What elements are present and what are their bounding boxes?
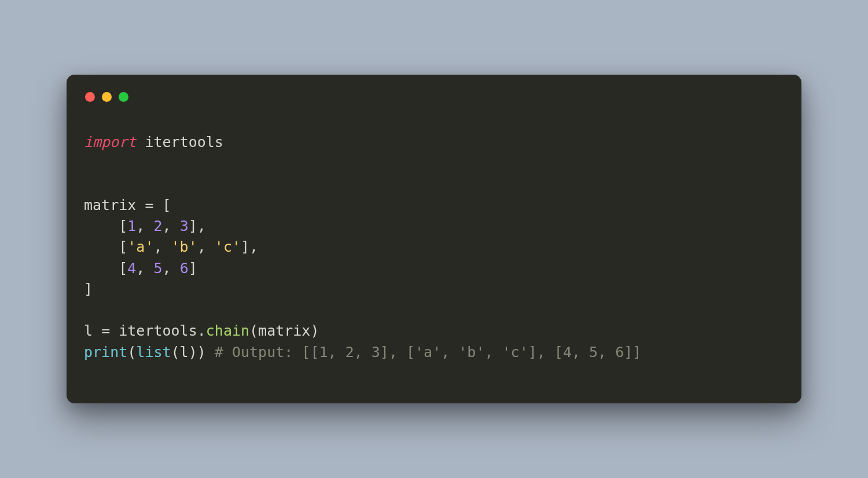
code-line: l = itertools.chain(matrix) bbox=[84, 322, 319, 339]
close-icon[interactable] bbox=[85, 92, 95, 102]
number-literal: 5 bbox=[153, 260, 162, 277]
number-literal: 1 bbox=[127, 218, 136, 234]
code-line: ['a', 'b', 'c'], bbox=[84, 238, 258, 255]
number-literal: 3 bbox=[180, 218, 189, 234]
traffic-lights bbox=[85, 92, 784, 102]
code-line: print(list(l)) # Output: [[1, 2, 3], ['a… bbox=[84, 344, 641, 361]
maximize-icon[interactable] bbox=[119, 92, 128, 102]
builtin-list: list bbox=[136, 344, 171, 361]
code-line: import itertools bbox=[84, 134, 223, 150]
variable-matrix: matrix bbox=[84, 197, 136, 214]
keyword-import: import bbox=[84, 134, 136, 150]
code-line: [4, 5, 6] bbox=[84, 260, 197, 277]
number-literal: 4 bbox=[127, 260, 136, 277]
module-name: itertools bbox=[145, 134, 223, 150]
string-literal: 'c' bbox=[215, 238, 241, 255]
minimize-icon[interactable] bbox=[102, 92, 112, 102]
code-window: import itertools matrix = [ [1, 2, 3], [… bbox=[67, 75, 801, 403]
string-literal: 'b' bbox=[171, 238, 197, 255]
function-chain: chain bbox=[206, 322, 249, 339]
number-literal: 6 bbox=[180, 260, 189, 277]
variable-l: l bbox=[84, 322, 93, 339]
string-literal: 'a' bbox=[127, 238, 153, 255]
builtin-print: print bbox=[84, 344, 127, 361]
code-line: matrix = [ bbox=[84, 197, 171, 214]
number-literal: 2 bbox=[153, 218, 162, 234]
module-ref: itertools bbox=[119, 322, 197, 339]
code-line: ] bbox=[84, 281, 93, 297]
code-line: [1, 2, 3], bbox=[84, 218, 206, 234]
code-block[interactable]: import itertools matrix = [ [1, 2, 3], [… bbox=[84, 132, 784, 363]
comment-output: # Output: [[1, 2, 3], ['a', 'b', 'c'], [… bbox=[215, 344, 642, 361]
